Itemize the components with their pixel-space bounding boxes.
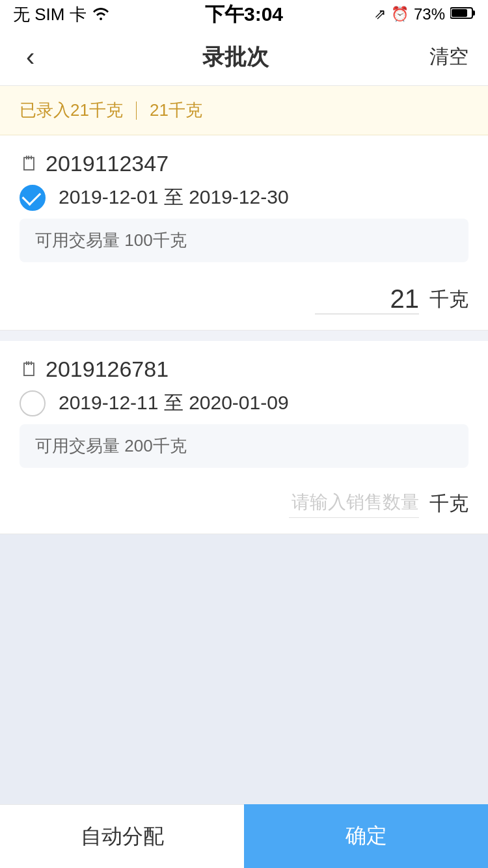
summary-label: 已录入21千克 (20, 99, 123, 122)
page-title: 录批次 (202, 42, 269, 72)
nav-bar: ‹ 录批次 清空 (0, 29, 488, 86)
bottom-bar: 自动分配 确定 (0, 804, 488, 868)
summary-value: 21千克 (150, 99, 202, 122)
amount-unit-1: 千克 (429, 286, 468, 313)
back-button[interactable]: ‹ (20, 36, 41, 78)
battery-icon (450, 5, 475, 23)
batch-checkbox-1[interactable] (20, 185, 46, 211)
location-icon: ⇗ (374, 6, 386, 23)
status-time: 下午3:04 (205, 1, 283, 28)
clear-button[interactable]: 清空 (429, 44, 468, 70)
batch-doc-icon-2: 🗒 (20, 359, 39, 381)
batch-doc-icon-1: 🗒 (20, 153, 39, 175)
amount-input-2[interactable]: 请输入销售数量 (289, 490, 419, 518)
summary-bar: 已录入21千克 21千克 (0, 86, 488, 135)
empty-area (0, 534, 488, 807)
amount-input-row-2: 请输入销售数量 千克 (0, 483, 488, 534)
section-divider (0, 331, 488, 341)
batch-date-row-2: 2019-12-11 至 2020-01-09 (0, 382, 488, 416)
amount-value-1: 21 (390, 284, 420, 313)
svg-rect-1 (472, 10, 475, 16)
batch-card-1: 🗒 2019112347 2019-12-01 至 2019-12-30 可用交… (0, 135, 488, 331)
auto-distribute-button[interactable]: 自动分配 (0, 804, 244, 868)
confirm-button[interactable]: 确定 (244, 804, 488, 868)
batch-header-2: 🗒 2019126781 (0, 341, 488, 382)
batch-header-1: 🗒 2019112347 (0, 135, 488, 176)
status-right: ⇗ ⏰ 73% (374, 5, 475, 23)
amount-unit-2: 千克 (429, 491, 468, 517)
battery-text: 73% (414, 5, 445, 23)
summary-divider (136, 102, 137, 120)
amount-row-1: 21 千克 (0, 278, 488, 331)
batch-availability-1: 可用交易量 100千克 (20, 219, 468, 262)
batch-date-1: 2019-12-01 至 2019-12-30 (59, 184, 289, 211)
amount-placeholder-2: 请输入销售数量 (291, 492, 419, 512)
batch-date-row-1: 2019-12-01 至 2019-12-30 (0, 176, 488, 211)
batch-date-2: 2019-12-11 至 2020-01-09 (59, 390, 289, 416)
status-left: 无 SIM 卡 (13, 3, 110, 26)
amount-input-1[interactable]: 21 (315, 284, 419, 314)
batch-id-1: 2019112347 (46, 151, 169, 176)
batch-card-2: 🗒 2019126781 2019-12-11 至 2020-01-09 可用交… (0, 341, 488, 534)
wifi-icon (92, 5, 110, 25)
batch-checkbox-2[interactable] (20, 390, 46, 416)
batch-id-2: 2019126781 (46, 357, 169, 382)
carrier-text: 无 SIM 卡 (13, 3, 87, 26)
svg-rect-2 (452, 9, 467, 17)
status-bar: 无 SIM 卡 下午3:04 ⇗ ⏰ 73% (0, 0, 488, 29)
batch-availability-2: 可用交易量 200千克 (20, 424, 468, 468)
alarm-icon: ⏰ (391, 6, 409, 23)
